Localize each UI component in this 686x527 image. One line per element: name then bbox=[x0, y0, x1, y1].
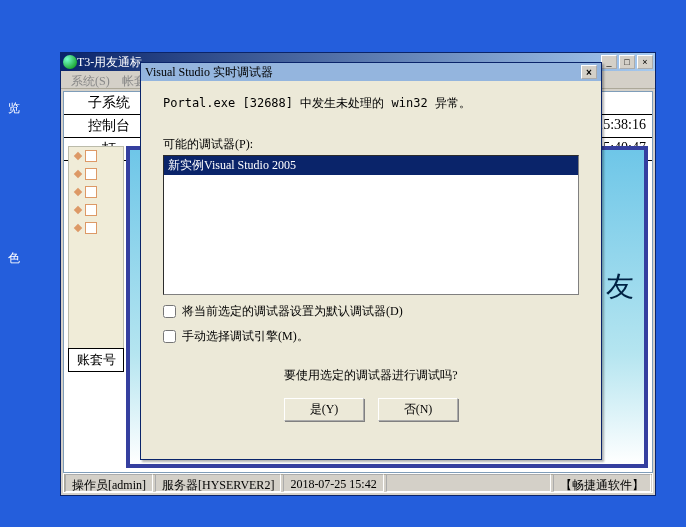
dialog-title: Visual Studio 实时调试器 bbox=[145, 64, 581, 81]
dialog-prompt: 要使用选定的调试器进行调试吗? bbox=[163, 367, 579, 384]
debugger-dialog: Visual Studio 实时调试器 × Portal.exe [32688]… bbox=[140, 62, 602, 460]
dialog-close-button[interactable]: × bbox=[581, 65, 597, 79]
app-icon bbox=[63, 55, 77, 69]
sidebar-item[interactable] bbox=[69, 165, 123, 183]
bullet-icon bbox=[74, 188, 82, 196]
status-operator: 操作员[admin] bbox=[65, 474, 153, 492]
sidebar-item[interactable] bbox=[69, 201, 123, 219]
statusbar: 操作员[admin] 服务器[HYSERVER2] 2018-07-25 15:… bbox=[63, 473, 653, 493]
module-icon bbox=[85, 186, 97, 198]
minimize-button[interactable]: _ bbox=[601, 55, 617, 69]
sidebar-item[interactable] bbox=[69, 183, 123, 201]
module-icon bbox=[85, 150, 97, 162]
manual-engine-checkbox[interactable] bbox=[163, 330, 176, 343]
account-set-label: 账套号 bbox=[68, 348, 124, 372]
set-default-checkbox[interactable] bbox=[163, 305, 176, 318]
maximize-button[interactable]: □ bbox=[619, 55, 635, 69]
status-brand: 【畅捷通软件】 bbox=[553, 474, 651, 492]
yes-button[interactable]: 是(Y) bbox=[284, 398, 364, 421]
splash-brand-char: 友 bbox=[606, 268, 634, 306]
module-icon bbox=[85, 222, 97, 234]
bullet-icon bbox=[74, 170, 82, 178]
status-spacer bbox=[386, 474, 551, 492]
set-default-debugger[interactable]: 将当前选定的调试器设置为默认调试器(D) bbox=[163, 303, 579, 320]
sidebar-item[interactable] bbox=[69, 147, 123, 165]
dialog-titlebar[interactable]: Visual Studio 实时调试器 × bbox=[141, 63, 601, 81]
debugger-list-item[interactable]: 新实例Visual Studio 2005 bbox=[164, 156, 578, 175]
close-button[interactable]: × bbox=[637, 55, 653, 69]
bullet-icon bbox=[74, 224, 82, 232]
manual-engine[interactable]: 手动选择调试引擎(M)。 bbox=[163, 328, 579, 345]
menu-system[interactable]: 系统(S) bbox=[65, 71, 116, 88]
desktop-bg-text-1: 览 bbox=[8, 100, 20, 117]
dialog-message: Portal.exe [32688] 中发生未处理的 win32 异常。 bbox=[163, 95, 579, 112]
sidebar-item[interactable] bbox=[69, 219, 123, 237]
status-time: 2018-07-25 15:42 bbox=[283, 474, 383, 492]
side-panel bbox=[68, 146, 124, 352]
desktop-bg-text-2: 色 bbox=[8, 250, 20, 267]
debugger-listbox[interactable]: 新实例Visual Studio 2005 bbox=[163, 155, 579, 295]
status-server: 服务器[HYSERVER2] bbox=[155, 474, 281, 492]
module-icon bbox=[85, 168, 97, 180]
debugger-list-label: 可能的调试器(P): bbox=[163, 136, 579, 153]
no-button[interactable]: 否(N) bbox=[378, 398, 458, 421]
bullet-icon bbox=[74, 206, 82, 214]
bullet-icon bbox=[74, 152, 82, 160]
module-icon bbox=[85, 204, 97, 216]
